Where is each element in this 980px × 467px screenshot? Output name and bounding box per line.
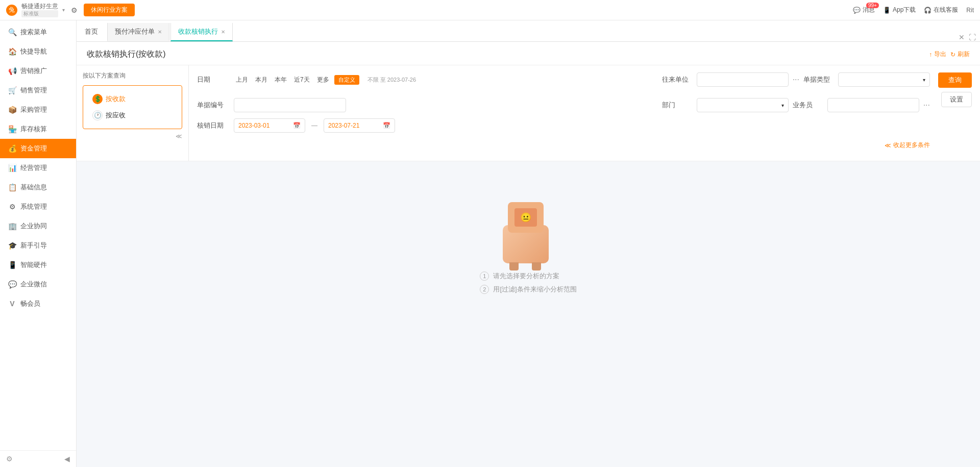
calendar-end-icon[interactable]: 📅 (383, 122, 390, 129)
message-badge: 99+ (866, 3, 879, 8)
sidebar-collapse-arrow[interactable]: ≪ (176, 133, 182, 140)
message-button[interactable]: 💬 消息 99+ (853, 6, 875, 14)
sidebar-item-sales[interactable]: 🛒 销售管理 (0, 81, 76, 100)
sidebar-item-finance[interactable]: 💰 资金管理 (0, 139, 76, 158)
sidebar-item-wechat[interactable]: 💬 企业微信 (0, 275, 76, 294)
tab-receipt-offset[interactable]: 收款核销执行 ✕ (170, 23, 233, 41)
sidebar-item-basic[interactable]: 📋 基础信息 (0, 178, 76, 197)
calendar-start-icon[interactable]: 📅 (293, 122, 301, 129)
tab-prepay-close-icon[interactable]: ✕ (158, 29, 162, 35)
chevron-down-icon[interactable]: ▾ (62, 7, 65, 13)
export-icon: ↑ (929, 51, 932, 58)
app-icon: 📱 (883, 7, 891, 14)
staff-input[interactable] (827, 98, 919, 112)
page-content: 收款核销执行(按收款) ↑ 导出 ↻ 刷新 按以 (77, 42, 980, 467)
date-separator: — (311, 122, 317, 129)
collapse-more-button[interactable]: ≪ 收起更多条件 (885, 139, 930, 152)
operation-icon: 📊 (8, 164, 16, 172)
sidebar-item-enterprise[interactable]: 🏢 企业协同 (0, 216, 76, 236)
tab-close-all-button[interactable]: ✕ (959, 33, 965, 41)
sidebar-nav: 🔍 搜索菜单 🏠 快捷导航 📢 营销推广 🛒 销售管理 📦 采购管理 🏪 (0, 20, 76, 450)
inventory-icon: 🏪 (8, 125, 16, 133)
empty-hint-1: 1 请先选择要分析的方案 (480, 272, 576, 281)
user-name[interactable]: Rit (966, 7, 974, 14)
query-button[interactable]: 查询 (938, 72, 972, 88)
sidebar-item-inventory[interactable]: 🏪 库存核算 (0, 119, 76, 139)
date-this-year[interactable]: 本年 (273, 75, 289, 85)
doc-type-select[interactable]: ▾ (838, 72, 930, 87)
sidebar-item-purchase[interactable]: 📦 采购管理 (0, 100, 76, 119)
sidebar-item-search[interactable]: 🔍 搜索菜单 (0, 22, 76, 42)
doc-type-label: 单据类型 (803, 75, 834, 84)
sidebar-settings-icon[interactable]: ⚙ (6, 455, 13, 463)
date-this-month[interactable]: 本月 (253, 75, 270, 85)
header-actions: ↑ 导出 ↻ 刷新 (929, 50, 970, 59)
staff-ellipsis-icon[interactable]: ··· (923, 101, 930, 110)
search-icon: 🔍 (8, 28, 16, 36)
partner-ellipsis-icon[interactable]: ··· (793, 75, 799, 84)
date-last-month[interactable]: 上月 (234, 75, 250, 85)
online-service-button[interactable]: 🎧 在线客服 (924, 6, 958, 14)
home-icon: 🏠 (8, 47, 16, 56)
filter-by-receipt[interactable]: 💲 按收款 (88, 91, 177, 107)
dept-select[interactable]: ▾ (697, 98, 789, 112)
edition-badge: 标准版 (21, 10, 58, 17)
filter-body: 按以下方案查询 💲 按收款 🕐 按应收 ≪ (77, 65, 980, 161)
setting-button[interactable]: 设置 (941, 92, 972, 107)
sidebar-item-hardware[interactable]: 📱 智能硬件 (0, 255, 76, 275)
gear-icon[interactable]: ⚙ (71, 6, 78, 14)
filter-row-1: 日期 上月 本月 本年 近7天 更多 自定义 不限 至 2023-07-26 (197, 72, 930, 87)
date-7days[interactable]: 近7天 (292, 75, 312, 85)
filter-row-2: 单据编号 部门 ▾ 业务员 ··· (197, 98, 930, 112)
main-container: 🔍 搜索菜单 🏠 快捷导航 📢 营销推广 🛒 销售管理 📦 采购管理 🏪 (0, 20, 980, 467)
refresh-button[interactable]: ↻ 刷新 (950, 50, 970, 59)
brand-name: 畅捷通好生意 (21, 3, 58, 10)
verify-date-start-input[interactable]: 2023-03-01 📅 (234, 118, 305, 133)
tab-prepay-offset[interactable]: 预付冲应付单 ✕ (107, 23, 169, 41)
receipt-icon: 💲 (92, 94, 103, 104)
refresh-icon: ↻ (950, 51, 955, 58)
collapse-icon: ≪ (885, 142, 891, 149)
marketing-icon: 📢 (8, 67, 16, 75)
sidebar-item-guide[interactable]: 🎓 新手引导 (0, 236, 76, 255)
app-logo: 兔 (6, 5, 17, 16)
empty-state: 😐 1 请先选择要分析的方案 2 用[过滤]条件来缩小分析范围 (77, 161, 980, 335)
sidebar-item-quick-nav[interactable]: 🏠 快捷导航 (0, 42, 76, 61)
topbar: 兔 畅捷通好生意 标准版 ▾ ⚙ 休闲行业方案 💬 消息 99+ 📱 App下载… (0, 0, 980, 20)
message-icon: 💬 (853, 7, 861, 14)
member-icon: V (8, 300, 16, 308)
dept-chevron-icon: ▾ (781, 103, 784, 108)
doc-no-input[interactable] (234, 98, 346, 112)
solution-button[interactable]: 休闲行业方案 (84, 4, 135, 16)
filter-wrapper: 按以下方案查询 💲 按收款 🕐 按应收 ≪ (77, 65, 980, 161)
topbar-right: 💬 消息 99+ 📱 App下载 🎧 在线客服 Rit (853, 6, 974, 14)
sidebar-item-member[interactable]: V 畅会员 (0, 294, 76, 313)
filter-button-group: 查询 设置 (938, 65, 980, 161)
sidebar-item-system[interactable]: ⚙ 系统管理 (0, 197, 76, 216)
sidebar-item-operation[interactable]: 📊 经营管理 (0, 158, 76, 178)
date-label: 日期 (197, 75, 228, 84)
partner-label: 往来单位 (662, 75, 693, 84)
staff-label: 业务员 (793, 101, 823, 110)
date-more[interactable]: 更多 (315, 75, 331, 85)
partner-input[interactable] (697, 72, 789, 87)
filter-by-receivable[interactable]: 🕐 按应收 (88, 107, 177, 124)
export-button[interactable]: ↑ 导出 (929, 50, 946, 59)
finance-icon: 💰 (8, 144, 16, 153)
tab-receipt-close-icon[interactable]: ✕ (221, 29, 225, 35)
filter-row-3: 核销日期 2023-03-01 📅 — 2023-07-21 📅 (197, 118, 930, 133)
filter-sidebar-title: 按以下方案查询 (83, 71, 182, 80)
app-download-button[interactable]: 📱 App下载 (883, 6, 916, 14)
tab-home[interactable]: 首页 (77, 23, 106, 41)
sidebar-item-marketing[interactable]: 📢 营销推广 (0, 61, 76, 81)
dept-label: 部门 (662, 101, 693, 110)
date-custom-tag[interactable]: 自定义 (334, 75, 359, 85)
wechat-icon: 💬 (8, 280, 16, 288)
verify-date-end-input[interactable]: 2023-07-21 📅 (324, 118, 395, 133)
sidebar-collapse-icon[interactable]: ◀ (64, 455, 70, 463)
date-range-note: 不限 至 2023-07-26 (368, 77, 416, 83)
content-area: 首页 预付冲应付单 ✕ 收款核销执行 ✕ ✕ ⛶ 收款核销执行(按收款) (77, 20, 980, 467)
tab-fullscreen-button[interactable]: ⛶ (969, 33, 976, 41)
system-icon: ⚙ (8, 203, 16, 211)
filter-options-box: 💲 按收款 🕐 按应收 (83, 85, 182, 129)
